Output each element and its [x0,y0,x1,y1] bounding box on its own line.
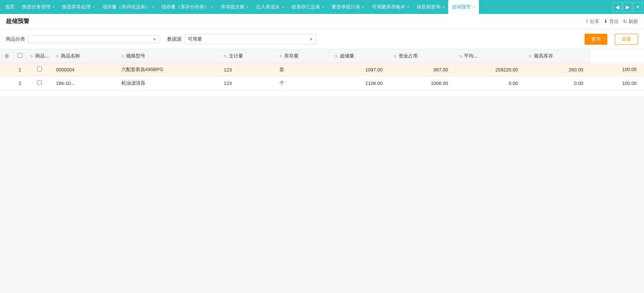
refresh-icon: ↻ [623,19,627,24]
row-checkbox-cell[interactable] [26,77,52,90]
table-area: ⚙ ⇅ 商品... ⇅ 商品名称 ⇅ 规格型号 [0,49,644,96]
sort-icon: ⇅ [224,54,227,58]
row-number-cell: 1 [13,63,26,77]
datasource-filter-group: 数据源 可用量 ▼ [167,34,316,44]
sort-icon: ⇅ [459,54,462,58]
row-product-code: 0000004 [52,63,117,77]
col-overstock[interactable]: ⇅ 超储量 [331,49,390,63]
nav-arrows: ◀ ▶ ✕ [612,2,643,12]
row-max-stock: 100.00 [591,63,644,77]
row-product-name: 六配套新昌490BPG [118,63,220,77]
tab-yaohuo[interactable]: 要货单统计表 × [328,0,368,14]
row-product-code: 186-10... [52,77,117,90]
close-icon[interactable]: × [211,5,213,9]
row-settings-placeholder [0,77,13,90]
row-checkbox-cell[interactable] [26,63,52,77]
row-unit: 套 [276,63,331,77]
row-checkbox[interactable] [37,67,42,71]
row-unit: 个 [276,77,331,90]
col-avg[interactable]: ⇅ 平均... [455,49,526,63]
row-stock: 1106.00 [331,77,390,90]
row-stock: 1097.00 [331,63,390,77]
category-select[interactable]: ▼ [28,35,160,43]
row-max-stock: 100.00 [591,77,644,90]
header-actions: ⤴ 分享 ⬇ 导出 ↻ 刷新 [586,18,638,25]
select-all-checkbox[interactable] [18,53,22,58]
share-icon: ⤴ [586,19,588,24]
col-capital[interactable]: ⇅ 资金占用 [390,49,455,63]
export-icon: ⬇ [604,19,608,24]
category-label: 商品分类 [6,36,25,42]
top-nav: 首页 拣货任务管理 × 拣货异常处理 × 现存量（库存状况表） × 现存量（库存… [0,0,644,14]
tab-kucunpici[interactable]: 库存批次账 × [217,0,252,14]
col-settings: ⚙ [0,49,13,63]
filter-area: 商品分类 ▼ 数据源 可用量 ▼ 查询 设置 [0,29,644,49]
chevron-down-icon: ▼ [153,37,157,41]
datasource-select[interactable]: 可用量 ▼ [184,34,316,44]
sort-icon: ⇅ [279,54,282,58]
tab-churuliu[interactable]: 出入库流水 × [252,0,288,14]
col-checkbox [13,49,26,63]
close-icon[interactable]: × [362,5,364,9]
sort-icon: ⇅ [529,54,532,58]
content-wrapper: 超储预警 ⤴ 分享 ⬇ 导出 ↻ 刷新 商品分类 ▼ 数据源 [0,14,644,96]
page-header: 超储预警 ⤴ 分享 ⬇ 导出 ↻ 刷新 [0,14,644,29]
close-icon[interactable]: × [282,5,284,9]
datasource-select-value: 可用量 [188,36,202,42]
col-unit[interactable]: ⇅ 主计量 [220,49,275,63]
close-icon[interactable]: × [152,5,154,9]
close-icon[interactable]: × [246,5,249,9]
datasource-label: 数据源 [167,36,182,42]
chevron-down-icon: ▼ [309,37,313,41]
row-capital: 0.00 [455,77,526,90]
tab-jianhuorenwu[interactable]: 拣货任务管理 × [18,0,58,14]
tab-keyongliang[interactable]: 可用量库存账本 × [368,0,413,14]
close-icon[interactable]: × [322,5,324,9]
row-avg: 0.00 [525,77,590,90]
close-icon[interactable]: × [92,5,95,9]
settings-button[interactable]: 设置 [615,34,638,45]
col-product-code[interactable]: ⇅ 商品... [26,49,52,63]
col-spec[interactable]: ⇅ 规格型号 [118,49,220,63]
tab-shoufacun[interactable]: 收发存汇总表 × [288,0,328,14]
row-checkbox[interactable] [37,80,42,85]
col-product-name[interactable]: ⇅ 商品名称 [52,49,117,63]
close-icon[interactable]: × [442,5,444,9]
row-spec: 123 [220,63,275,77]
nav-close-all[interactable]: ✕ [633,2,643,12]
query-button[interactable]: 查询 [585,34,607,45]
row-capital: 259220.00 [455,63,526,77]
tab-jianhuoyichang[interactable]: 拣货异常处理 × [58,0,98,14]
col-max-stock[interactable]: ⇅ 最高库存 [525,49,590,63]
refresh-button[interactable]: ↻ 刷新 [623,18,638,25]
gear-icon[interactable]: ⚙ [4,53,9,59]
row-overstock: 997.00 [390,63,455,77]
sort-icon: ⇅ [56,54,59,58]
nav-next-arrow[interactable]: ▶ [623,2,632,12]
table-row: 1 0000004 六配套新昌490BPG 123 套 1097.00 997.… [0,63,644,77]
close-icon[interactable]: × [52,5,55,9]
row-avg: 260.00 [525,63,590,77]
page-title: 超储预警 [6,18,29,25]
tab-xiancunliang2[interactable]: 现存量（库存分布表） × [158,0,217,14]
row-overstock: 1006.00 [390,77,455,90]
sort-icon: ⇅ [335,54,338,58]
close-icon[interactable]: × [407,5,409,9]
col-stock[interactable]: ⇅ 库存量 [276,49,331,63]
home-link[interactable]: 首页 [1,0,18,14]
tab-chaochuyujing[interactable]: 超储预警 × [448,0,479,14]
sort-icon: ⇅ [394,54,396,58]
table-row: 2 186-10... 机油滤清器 123 个 1106.00 1006.00 … [0,77,644,90]
close-icon[interactable]: × [473,5,475,9]
row-settings-placeholder [0,63,13,77]
tab-baozhi[interactable]: 保质期查询 × [413,0,448,14]
sort-icon: ⇅ [121,54,124,58]
row-product-name: 机油滤清器 [118,77,220,90]
row-number-cell: 2 [13,77,26,90]
sort-icon: ⇅ [30,54,33,58]
nav-prev-arrow[interactable]: ◀ [612,2,622,12]
export-button[interactable]: ⬇ 导出 [604,18,619,25]
share-button[interactable]: ⤴ 分享 [586,18,599,25]
row-spec: 123 [220,77,275,90]
tab-xiancunliang1[interactable]: 现存量（库存状况表） × [99,0,158,14]
